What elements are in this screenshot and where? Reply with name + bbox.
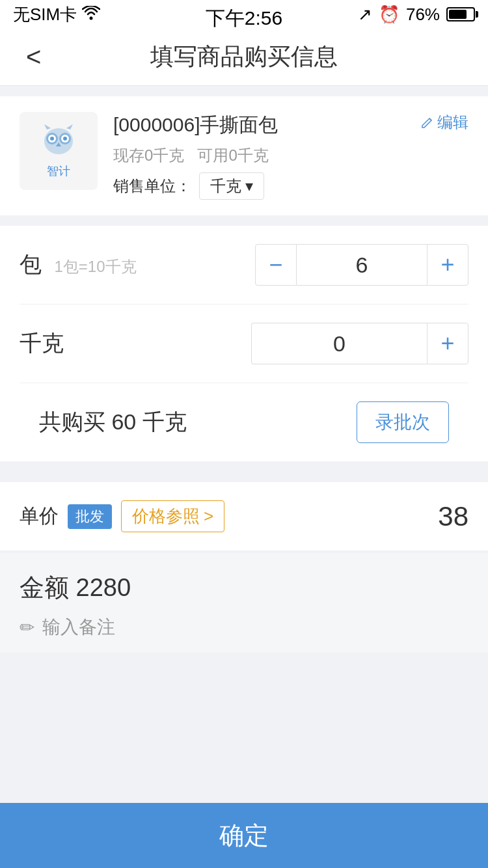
chevron-down-icon: ▾ (245, 177, 253, 195)
chevron-right-icon: > (204, 506, 213, 526)
total-row: 共购买 60 千克 录批次 (20, 383, 468, 461)
nav-bar: < 填写商品购买信息 (0, 29, 488, 86)
pack-label: 包 1包=10千克 (20, 250, 255, 280)
confirm-button[interactable]: 确定 (0, 803, 488, 868)
pack-increment-button[interactable]: + (427, 244, 468, 286)
pack-decrement-button[interactable]: − (255, 244, 297, 286)
bottom-spacer (0, 653, 488, 731)
pack-hint: 1包=10千克 (54, 258, 136, 275)
svg-marker-9 (44, 124, 51, 129)
kg-label: 千克 (20, 329, 251, 359)
price-section: 单价 批发 价格参照 > 38 (0, 482, 488, 550)
pack-quantity-control: − + (255, 244, 468, 286)
remark-row[interactable]: ✏ 输入备注 (20, 615, 468, 640)
page-title: 填写商品购买信息 (150, 41, 338, 73)
price-reference-button[interactable]: 价格参照 > (121, 500, 224, 532)
battery-percent: 76% (406, 5, 440, 25)
svg-point-4 (50, 137, 54, 141)
product-unit-row: 销售单位： 千克 ▾ (113, 172, 468, 200)
battery-icon (446, 7, 475, 21)
price-value: 38 (438, 501, 468, 532)
amount-row: 金额 2280 (20, 571, 468, 604)
carrier-text: 无SIM卡 (13, 3, 77, 26)
kg-increment-button[interactable]: + (427, 323, 468, 364)
product-name: [0000006]手撕面包 (113, 112, 278, 139)
product-stock: 现存0千克 可用0千克 (113, 145, 468, 166)
quantity-section: 包 1包=10千克 − + 千克 + 共购买 60 千克 录批次 (0, 226, 488, 461)
status-time: 下午2:56 (206, 5, 282, 32)
edit-button[interactable]: 编辑 (420, 112, 468, 133)
pack-quantity-row: 包 1包=10千克 − + (20, 226, 468, 305)
product-card: 智计 [0000006]手撕面包 编辑 现存0千克 可用0千克 销售单位： 千克 (0, 96, 488, 215)
price-tag: 批发 (68, 504, 112, 529)
svg-point-0 (90, 16, 93, 20)
kg-quantity-input[interactable] (251, 323, 427, 364)
wifi-icon (82, 5, 100, 25)
logo-text: 智计 (47, 163, 70, 179)
location-icon: ↗ (358, 5, 372, 25)
product-info: [0000006]手撕面包 编辑 现存0千克 可用0千克 销售单位： 千克 ▾ (113, 112, 468, 200)
back-button[interactable]: < (20, 36, 47, 78)
section-divider-1 (0, 215, 488, 226)
kg-quantity-control: + (251, 323, 468, 364)
status-indicators: ↗ ⏰ 76% (358, 5, 475, 25)
pack-quantity-input[interactable] (297, 244, 427, 286)
total-label: 共购买 60 千克 (39, 407, 187, 437)
status-carrier: 无SIM卡 (13, 3, 100, 26)
product-logo-icon (39, 123, 78, 161)
svg-point-7 (63, 137, 67, 141)
pencil-icon: ✏ (20, 617, 34, 638)
remark-placeholder: 输入备注 (42, 615, 115, 640)
product-image: 智计 (20, 112, 98, 190)
amount-section: 金额 2280 ✏ 输入备注 (0, 553, 488, 653)
svg-marker-10 (66, 124, 73, 129)
section-divider-2 (0, 461, 488, 472)
unit-select[interactable]: 千克 ▾ (199, 172, 264, 200)
alarm-icon: ⏰ (379, 5, 400, 25)
kg-quantity-row: 千克 + (20, 305, 468, 383)
status-bar: 无SIM卡 下午2:56 ↗ ⏰ 76% (0, 0, 488, 29)
price-label: 单价 (20, 503, 59, 530)
record-batch-button[interactable]: 录批次 (357, 401, 449, 443)
